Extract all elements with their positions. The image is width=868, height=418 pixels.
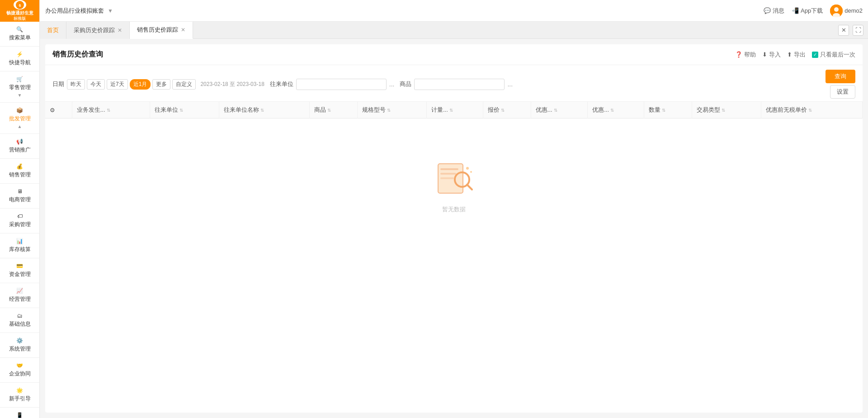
sidebar-label-finance: 资金管理 (9, 271, 31, 278)
sidebar-item-shortcuts[interactable]: ⚡ 快捷导航 (0, 47, 39, 71)
export-button[interactable]: ⬆ 导出 (787, 51, 806, 59)
app-download-button[interactable]: 📲 App下载 (792, 7, 823, 15)
table-container: ⚙ 业务发生... ⇅ 往来单位 (45, 102, 863, 250)
operations-icon: 📈 (16, 288, 23, 294)
th-goods[interactable]: 商品 ⇅ (310, 102, 358, 119)
sidebar-item-appstore[interactable]: 📱 应用中心 (0, 408, 39, 418)
close-sales-history-icon[interactable]: ✕ (181, 27, 185, 33)
th-pre-discount-price[interactable]: 优惠前无税单价 ⇅ (761, 102, 862, 119)
th-unit[interactable]: 计量... ⇅ (426, 102, 483, 119)
date-btn-1month[interactable]: 近1月 (130, 79, 151, 90)
goods-input[interactable] (414, 79, 505, 90)
tabbar: 首页 采购历史价跟踪 ✕ 销售历史价跟踪 ✕ ✕ ⛶ (40, 22, 868, 39)
th-spec-label: 规格型号 (362, 106, 386, 114)
maximize-tab-button[interactable]: ⛶ (853, 25, 863, 36)
date-btn-today[interactable]: 今天 (87, 79, 105, 90)
system-icon: ⚙️ (16, 337, 23, 344)
retail-icon: 🛒 (16, 76, 23, 82)
topbar-dropdown-icon[interactable]: ▼ (108, 8, 113, 14)
th-discount-amount[interactable]: 优惠... ⇅ (588, 102, 644, 119)
date-btn-7days[interactable]: 近7天 (107, 79, 128, 90)
sidebar-item-ecommerce[interactable]: 🖥 电商管理 (0, 184, 39, 209)
sidebar-item-inventory[interactable]: 📊 库存核算 (0, 233, 39, 258)
sort-icon-12: ⇅ (808, 108, 812, 113)
counterpart-dots[interactable]: ... (389, 81, 395, 88)
chevron-up-icon: ▲ (18, 124, 22, 129)
th-spec[interactable]: 规格型号 ⇅ (358, 102, 427, 119)
th-business-date[interactable]: 业务发生... ⇅ (72, 102, 150, 119)
content-area: 销售历史价查询 ❓ 帮助 ⬇ 导入 ⬆ 导出 ✓ (40, 39, 868, 418)
svg-point-12 (470, 171, 472, 173)
sidebar-item-enterprise[interactable]: 🤝 企业协同 (0, 358, 39, 383)
svg-line-10 (467, 185, 472, 190)
tab-home[interactable]: 首页 (40, 22, 66, 39)
sidebar-item-operations[interactable]: 📈 经营管理 (0, 283, 39, 308)
th-discount-amount-label: 优惠... (592, 106, 609, 114)
th-discount-rate[interactable]: 优惠... ⇅ (531, 102, 587, 119)
purchase-icon: 🏷 (17, 213, 23, 219)
import-button[interactable]: ⬇ 导入 (762, 51, 781, 59)
date-filter-group: 日期 昨天 今天 近7天 近1月 更多 自定义 2023-02-18 至 202… (52, 79, 264, 90)
th-counterpart-code[interactable]: 往来单位 ⇅ (150, 102, 219, 119)
th-quote-price[interactable]: 报价 ⇅ (483, 102, 531, 119)
topbar-left: 办公用品行业模拟账套 ▼ (45, 7, 764, 15)
date-btn-custom[interactable]: 自定义 (172, 79, 196, 90)
goods-dots[interactable]: ... (507, 81, 513, 88)
sidebar-label-basic: 基础信息 (9, 320, 31, 328)
sidebar-item-basic[interactable]: 🗂 基础信息 (0, 308, 39, 333)
sidebar-item-wholesale[interactable]: 📦 批发管理 ▲ (0, 103, 39, 134)
logo-icon: 6 (14, 0, 26, 10)
th-counterpart-name[interactable]: 往来单位名称 ⇅ (219, 102, 310, 119)
sidebar-item-marketing[interactable]: 📢 营销推广 (0, 134, 39, 159)
th-transaction-type-label: 交易类型 (697, 106, 720, 114)
sidebar-item-newbie[interactable]: 🌟 新手引导 (0, 383, 39, 408)
sidebar-item-purchase[interactable]: 🏷 采购管理 (0, 209, 39, 233)
sidebar-item-sales[interactable]: 💰 销售管理 (0, 159, 39, 184)
sidebar-label-newbie: 新手引导 (9, 395, 31, 403)
message-icon: 💬 (764, 7, 771, 14)
close-tab-button[interactable]: ✕ (838, 25, 849, 36)
enterprise-icon: 🤝 (16, 362, 23, 369)
date-btn-more[interactable]: 更多 (152, 79, 170, 90)
app-name: 畅捷通好生意 (6, 10, 33, 16)
sidebar-item-search[interactable]: 🔍 搜索菜单 (0, 22, 39, 47)
query-button[interactable]: 查询 (826, 70, 855, 83)
th-transaction-type[interactable]: 交易类型 ⇅ (692, 102, 761, 119)
export-icon: ⬆ (787, 51, 792, 58)
user-profile-button[interactable]: demo2 (830, 5, 863, 17)
th-quantity[interactable]: 数量 ⇅ (644, 102, 692, 119)
sort-icon-8: ⇅ (554, 108, 557, 113)
th-discount-rate-label: 优惠... (536, 106, 552, 114)
table-header: ⚙ 业务发生... ⇅ 往来单位 (45, 102, 863, 119)
shortcuts-icon: ⚡ (16, 51, 23, 57)
page-header-actions: ❓ 帮助 ⬇ 导入 ⬆ 导出 ✓ 只看最后一次 (735, 51, 855, 59)
goods-label: 商品 (400, 80, 411, 88)
help-button[interactable]: ❓ 帮助 (735, 51, 756, 59)
tabbar-actions: ✕ ⛶ (834, 25, 868, 36)
sidebar-item-retail[interactable]: 🛒 零售管理 ▼ (0, 71, 39, 103)
date-buttons: 昨天 今天 近7天 近1月 更多 自定义 (67, 79, 196, 90)
th-goods-label: 商品 (314, 106, 326, 114)
tab-sales-history[interactable]: 销售历史价跟踪 ✕ (130, 22, 193, 39)
close-purchase-history-icon[interactable]: ✕ (118, 28, 122, 33)
sort-icon-2: ⇅ (179, 108, 183, 113)
date-filter-label: 日期 (52, 80, 64, 88)
sidebar-label-operations: 经营管理 (9, 295, 31, 303)
sidebar-item-finance[interactable]: 💳 资金管理 (0, 258, 39, 283)
messages-button[interactable]: 💬 消息 (764, 7, 784, 15)
counterpart-input[interactable] (296, 79, 387, 90)
page-title: 销售历史价查询 (52, 50, 103, 59)
sidebar-item-system[interactable]: ⚙️ 系统管理 (0, 333, 39, 358)
sort-icon-11: ⇅ (722, 108, 725, 113)
gear-icon: ⚙ (50, 107, 55, 114)
date-btn-yesterday[interactable]: 昨天 (67, 79, 85, 90)
settings-button[interactable]: 设置 (830, 85, 855, 99)
counterpart-label: 往来单位 (270, 80, 293, 88)
main-area: 办公用品行业模拟账套 ▼ 💬 消息 📲 App下载 demo2 首页 (40, 0, 868, 418)
svg-rect-8 (440, 177, 454, 179)
tab-purchase-history[interactable]: 采购历史价跟踪 ✕ (66, 22, 130, 39)
import-icon: ⬇ (762, 51, 767, 58)
th-settings[interactable]: ⚙ (45, 102, 72, 119)
only-last-checkbox[interactable]: ✓ 只看最后一次 (812, 51, 855, 59)
sidebar-label-marketing: 营销推广 (9, 146, 31, 154)
